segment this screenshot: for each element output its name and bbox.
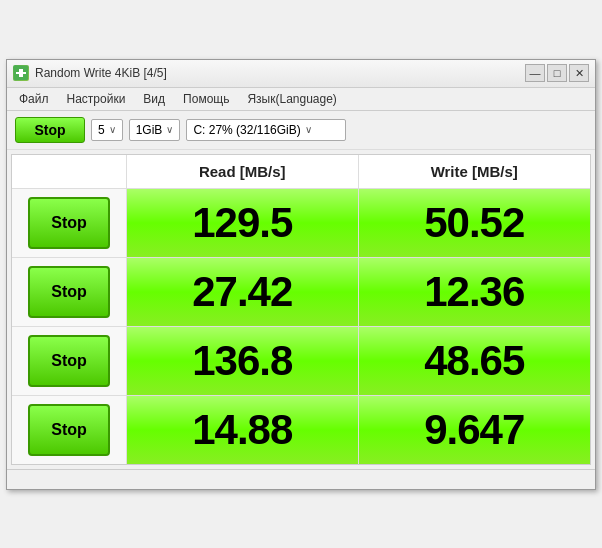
read-value-1: 129.5 bbox=[127, 189, 359, 257]
read-text-2: 27.42 bbox=[192, 268, 292, 316]
queue-arrow: ∨ bbox=[109, 124, 116, 135]
stop-button-3[interactable]: Stop bbox=[28, 335, 110, 387]
drive-dropdown[interactable]: C: 27% (32/116GiB) ∨ bbox=[186, 119, 346, 141]
menu-file[interactable]: Файл bbox=[11, 90, 57, 108]
size-value: 1GiB bbox=[136, 123, 163, 137]
svg-rect-2 bbox=[19, 69, 23, 77]
table-row: Stop 27.42 12.36 bbox=[12, 258, 590, 327]
write-text-4: 9.647 bbox=[424, 406, 524, 454]
stop-cell-3: Stop bbox=[12, 327, 127, 395]
data-table: Read [MB/s] Write [MB/s] Stop 129.5 50.5… bbox=[11, 154, 591, 465]
title-bar: Random Write 4KiB [4/5] — □ ✕ bbox=[7, 60, 595, 88]
read-value-3: 136.8 bbox=[127, 327, 359, 395]
write-text-2: 12.36 bbox=[424, 268, 524, 316]
menu-view[interactable]: Вид bbox=[135, 90, 173, 108]
read-value-4: 14.88 bbox=[127, 396, 359, 464]
stop-button-4[interactable]: Stop bbox=[28, 404, 110, 456]
stop-cell-1: Stop bbox=[12, 189, 127, 257]
read-value-2: 27.42 bbox=[127, 258, 359, 326]
stop-button-2[interactable]: Stop bbox=[28, 266, 110, 318]
main-window: Random Write 4KiB [4/5] — □ ✕ Файл Настр… bbox=[6, 59, 596, 490]
minimize-button[interactable]: — bbox=[525, 64, 545, 82]
write-value-2: 12.36 bbox=[359, 258, 591, 326]
menu-settings[interactable]: Настройки bbox=[59, 90, 134, 108]
write-text-3: 48.65 bbox=[424, 337, 524, 385]
title-bar-left: Random Write 4KiB [4/5] bbox=[13, 65, 167, 81]
table-row: Stop 14.88 9.647 bbox=[12, 396, 590, 464]
size-arrow: ∨ bbox=[166, 124, 173, 135]
maximize-button[interactable]: □ bbox=[547, 64, 567, 82]
queue-dropdown[interactable]: 5 ∨ bbox=[91, 119, 123, 141]
write-value-4: 9.647 bbox=[359, 396, 591, 464]
toolbar: Stop 5 ∨ 1GiB ∨ C: 27% (32/116GiB) ∨ bbox=[7, 111, 595, 150]
write-value-3: 48.65 bbox=[359, 327, 591, 395]
write-text-1: 50.52 bbox=[424, 199, 524, 247]
menu-language[interactable]: Язык(Language) bbox=[239, 90, 344, 108]
menu-bar: Файл Настройки Вид Помощь Язык(Language) bbox=[7, 88, 595, 111]
read-text-3: 136.8 bbox=[192, 337, 292, 385]
read-text-4: 14.88 bbox=[192, 406, 292, 454]
table-header: Read [MB/s] Write [MB/s] bbox=[12, 155, 590, 189]
header-read: Read [MB/s] bbox=[127, 155, 359, 188]
stop-cell-2: Stop bbox=[12, 258, 127, 326]
close-button[interactable]: ✕ bbox=[569, 64, 589, 82]
stop-cell-4: Stop bbox=[12, 396, 127, 464]
app-icon bbox=[13, 65, 29, 81]
drive-arrow: ∨ bbox=[305, 124, 312, 135]
write-value-1: 50.52 bbox=[359, 189, 591, 257]
header-col1 bbox=[12, 155, 127, 188]
menu-help[interactable]: Помощь bbox=[175, 90, 237, 108]
window-title: Random Write 4KiB [4/5] bbox=[35, 66, 167, 80]
stop-button-1[interactable]: Stop bbox=[28, 197, 110, 249]
table-row: Stop 136.8 48.65 bbox=[12, 327, 590, 396]
toolbar-stop-button[interactable]: Stop bbox=[15, 117, 85, 143]
title-controls: — □ ✕ bbox=[525, 64, 589, 82]
status-bar bbox=[7, 469, 595, 489]
table-row: Stop 129.5 50.52 bbox=[12, 189, 590, 258]
header-write: Write [MB/s] bbox=[359, 155, 591, 188]
queue-value: 5 bbox=[98, 123, 105, 137]
read-text-1: 129.5 bbox=[192, 199, 292, 247]
drive-value: C: 27% (32/116GiB) bbox=[193, 123, 300, 137]
size-dropdown[interactable]: 1GiB ∨ bbox=[129, 119, 181, 141]
